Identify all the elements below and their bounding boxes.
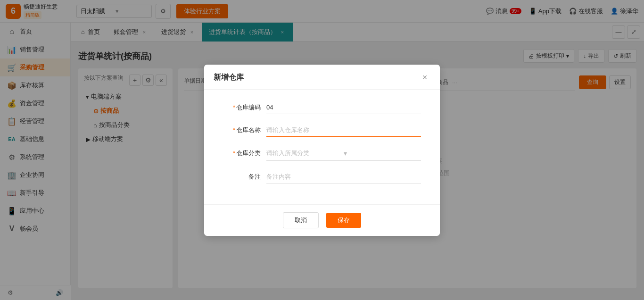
name-label: 仓库名称 — [223, 126, 261, 134]
note-input[interactable] — [266, 170, 421, 183]
category-select[interactable]: 请输入所属分类 ▾ — [266, 146, 421, 161]
code-label: 仓库编码 — [223, 103, 261, 112]
dialog-footer: 取消 保存 — [204, 204, 440, 236]
code-input[interactable] — [266, 101, 421, 114]
note-label: 备注 — [223, 173, 261, 181]
dialog-header: 新增仓库 × — [204, 65, 440, 90]
name-input[interactable] — [266, 124, 421, 137]
dialog-close-button[interactable]: × — [419, 72, 430, 83]
modal-overlay[interactable]: 新增仓库 × 仓库编码 仓库名称 仓库分类 请输入所属分类 ▾ — [0, 0, 644, 300]
dialog-body: 仓库编码 仓库名称 仓库分类 请输入所属分类 ▾ 备注 — [204, 90, 440, 204]
form-row-category: 仓库分类 请输入所属分类 ▾ — [223, 146, 421, 161]
save-button[interactable]: 保存 — [326, 213, 361, 228]
form-row-code: 仓库编码 — [223, 101, 421, 114]
form-row-note: 备注 — [223, 170, 421, 183]
category-placeholder: 请输入所属分类 — [266, 149, 344, 158]
form-row-name: 仓库名称 — [223, 124, 421, 137]
cancel-button[interactable]: 取消 — [283, 212, 319, 228]
new-warehouse-dialog: 新增仓库 × 仓库编码 仓库名称 仓库分类 请输入所属分类 ▾ — [204, 65, 440, 236]
category-label: 仓库分类 — [223, 149, 261, 158]
dialog-title: 新增仓库 — [214, 73, 244, 83]
category-arrow-icon: ▾ — [344, 150, 421, 157]
